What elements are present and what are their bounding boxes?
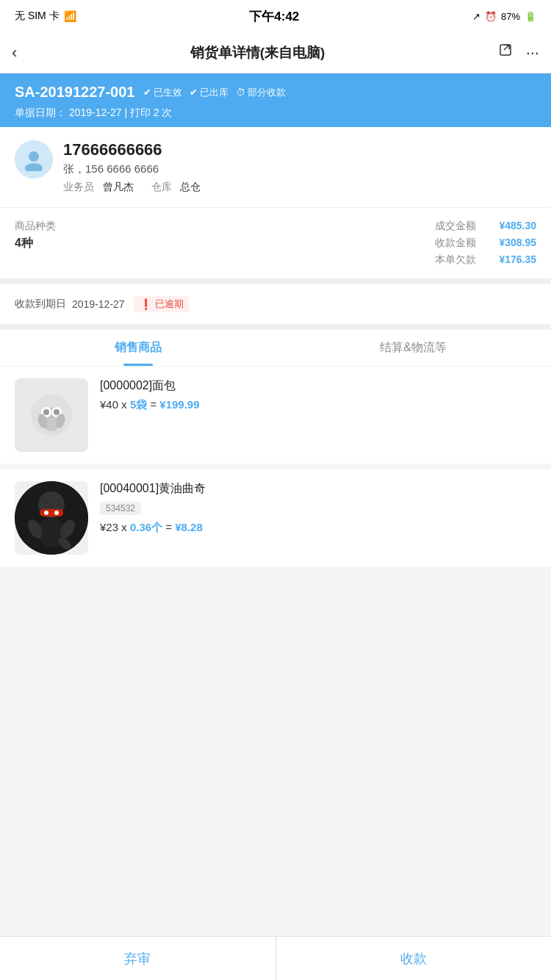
product-name-1: [0000002]面包 (100, 378, 536, 394)
wifi-icon: 📶 (64, 10, 76, 22)
back-button[interactable]: ‹ (12, 43, 17, 62)
tab-settlement[interactable]: 结算&物流等 (276, 330, 551, 366)
tab-sales-products[interactable]: 销售商品 (0, 330, 276, 366)
sim-label: 无 SIM 卡 (15, 10, 60, 23)
product-sku-2: 534532 (100, 502, 141, 515)
due-section: 收款到期日 2019-12-27 ❗ 已逾期 (0, 284, 551, 330)
order-id: SA-20191227-001 (15, 84, 134, 101)
product-price-2: ¥23 x 0.36个 = ¥8.28 (100, 521, 536, 535)
header-banner: SA-20191227-001 ✔ 已生效 ✔ 已出库 ⏱ 部分收款 单据日期：… (0, 73, 551, 127)
due-date-label: 收款到期日 (15, 298, 66, 311)
product-list: [0000002]面包 ¥40 x 5袋 = ¥199.99 (0, 367, 551, 631)
svg-point-16 (44, 511, 48, 515)
customer-section: 17666666666 张，156 6666 6666 业务员 曾凡杰 仓库 总… (0, 127, 551, 208)
battery-icon: 🔋 (525, 11, 536, 22)
svg-point-9 (54, 409, 60, 415)
svg-rect-15 (40, 509, 63, 516)
clock-icon: ⏱ (236, 87, 245, 98)
overdue-label: 已逾期 (155, 298, 184, 311)
overdue-icon: ❗ (140, 298, 152, 310)
status-time: 下午4:42 (249, 8, 299, 25)
share-button[interactable] (498, 43, 514, 63)
product-thumb-1 (15, 378, 88, 452)
check-icon-2: ✔ (190, 87, 198, 98)
more-button[interactable]: ··· (526, 43, 539, 62)
customer-phone: 17666666666 (63, 140, 536, 159)
alarm-icon: ⏰ (485, 11, 497, 22)
badge-partial: ⏱ 部分收款 (236, 86, 286, 99)
status-right: ↗ ⏰ 87% 🔋 (472, 11, 536, 22)
svg-point-8 (43, 409, 49, 415)
product-name-2: [00040001]黄油曲奇 (100, 481, 536, 497)
bottom-bar: 弃审 收款 (0, 936, 551, 980)
svg-point-2 (29, 151, 39, 162)
product-item-2: [00040001]黄油曲奇 534532 ¥23 x 0.36个 = ¥8.2… (0, 469, 551, 566)
avatar (15, 140, 53, 179)
product-price-1: ¥40 x 5袋 = ¥199.99 (100, 398, 536, 412)
svg-point-17 (54, 511, 59, 515)
due-date-value: 2019-12-27 (72, 298, 125, 310)
badge-shipped: ✔ 已出库 (190, 86, 228, 99)
page-title: 销货单详情(来自电脑) (190, 43, 325, 62)
collect-payment-button[interactable]: 收款 (276, 937, 552, 980)
product-thumb-2 (15, 481, 88, 555)
location-icon: ↗ (472, 11, 480, 22)
product-item-1: [0000002]面包 ¥40 x 5袋 = ¥199.99 (0, 367, 551, 464)
reject-button[interactable]: 弃审 (0, 937, 276, 980)
deal-amount-row: 成交金额 ¥485.30 (435, 220, 536, 233)
status-left: 无 SIM 卡 📶 (15, 10, 76, 23)
check-icon-1: ✔ (143, 87, 151, 98)
bottom-spacer (0, 572, 551, 631)
svg-point-3 (25, 163, 43, 171)
status-bar: 无 SIM 卡 📶 下午4:42 ↗ ⏰ 87% 🔋 (0, 0, 551, 32)
svg-line-1 (504, 45, 509, 50)
badge-active: ✔ 已生效 (143, 86, 182, 99)
nav-bar: ‹ 销货单详情(来自电脑) ··· (0, 32, 551, 73)
banner-date: 单据日期： 2019-12-27 | 打印 2 次 (15, 107, 536, 120)
customer-meta: 业务员 曾凡杰 仓库 总仓 (63, 181, 536, 194)
customer-name: 张，156 6666 6666 (63, 162, 536, 176)
receipt-amount-row: 收款金额 ¥308.95 (435, 237, 536, 250)
battery-label: 87% (501, 11, 520, 22)
overdue-badge: ❗ 已逾期 (134, 296, 190, 312)
debt-amount-row: 本单欠款 ¥176.35 (435, 253, 536, 267)
tabs: 销售商品 结算&物流等 (0, 330, 551, 367)
summary-section: 商品种类 4种 成交金额 ¥485.30 收款金额 ¥308.95 本单欠款 ¥… (0, 208, 551, 284)
